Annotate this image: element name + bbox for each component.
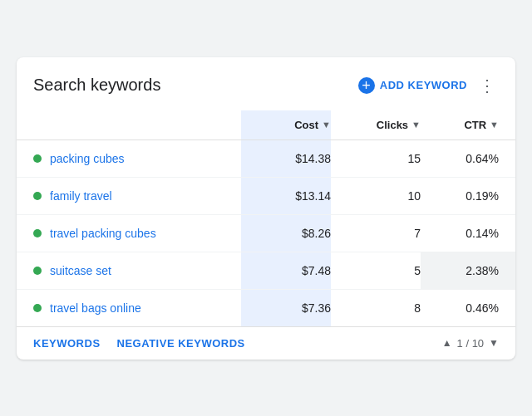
keyword-text: suitcase set bbox=[50, 264, 111, 277]
cost-column-header[interactable]: Cost ▼ bbox=[241, 110, 331, 140]
cost-cell: $13.14 bbox=[241, 177, 331, 214]
cost-cell: $7.36 bbox=[241, 289, 331, 326]
keyword-text: packing cubes bbox=[50, 152, 125, 165]
cost-sort-icon: ▼ bbox=[322, 120, 331, 130]
cost-column-label: Cost bbox=[294, 119, 318, 131]
table-row: travel packing cubes$8.2670.14% bbox=[17, 214, 515, 252]
page-indicator: 1 / 10 bbox=[457, 337, 485, 350]
status-dot bbox=[33, 192, 42, 200]
table-row: family travel$13.14100.19% bbox=[17, 177, 515, 214]
status-dot bbox=[33, 304, 42, 312]
clicks-column-label: Clicks bbox=[377, 119, 408, 131]
keywords-tab[interactable]: KEYWORDS bbox=[33, 337, 101, 350]
clicks-cell: 8 bbox=[331, 289, 421, 326]
ctr-column-header[interactable]: CTR ▼ bbox=[421, 110, 515, 140]
ctr-cell: 0.46% bbox=[421, 289, 515, 326]
search-keywords-card: Search keywords + ADD KEYWORD ⋮ Cost ▼ bbox=[17, 57, 515, 360]
clicks-cell: 15 bbox=[331, 139, 421, 177]
ctr-cell: 0.19% bbox=[421, 177, 515, 214]
cost-cell: $14.38 bbox=[241, 139, 331, 177]
status-dot bbox=[33, 154, 42, 163]
status-dot bbox=[33, 229, 42, 237]
table-row: travel bags online$7.3680.46% bbox=[17, 289, 515, 326]
ctr-cell: 2.38% bbox=[421, 252, 515, 289]
keyword-text: travel bags online bbox=[50, 301, 141, 315]
keyword-cell[interactable]: travel bags online bbox=[17, 290, 241, 326]
clicks-cell: 7 bbox=[331, 214, 421, 252]
keyword-column-header bbox=[17, 110, 241, 140]
ctr-cell: 0.64% bbox=[421, 139, 515, 177]
clicks-sort-icon: ▼ bbox=[411, 120, 421, 130]
keyword-text: family travel bbox=[50, 189, 112, 203]
table-header-row: Cost ▼ Clicks ▼ CTR ▼ bbox=[17, 110, 515, 140]
pagination: ▲ 1 / 10 ▼ bbox=[442, 337, 499, 350]
table-row: packing cubes$14.38150.64% bbox=[17, 139, 515, 177]
keyword-text: travel packing cubes bbox=[50, 227, 156, 240]
clicks-column-header[interactable]: Clicks ▼ bbox=[331, 110, 421, 140]
page-up-icon[interactable]: ▲ bbox=[442, 337, 452, 349]
card-footer: KEYWORDS NEGATIVE KEYWORDS ▲ 1 / 10 ▼ bbox=[17, 326, 515, 360]
status-dot bbox=[33, 267, 42, 275]
more-options-icon[interactable]: ⋮ bbox=[475, 72, 499, 99]
keyword-cell[interactable]: travel packing cubes bbox=[17, 215, 241, 252]
card-title: Search keywords bbox=[33, 76, 160, 95]
card-header: Search keywords + ADD KEYWORD ⋮ bbox=[17, 57, 515, 110]
add-icon: + bbox=[358, 77, 375, 94]
add-keyword-button[interactable]: + ADD KEYWORD bbox=[358, 77, 467, 94]
keyword-cell[interactable]: suitcase set bbox=[17, 252, 241, 289]
clicks-cell: 10 bbox=[331, 177, 421, 214]
ctr-column-label: CTR bbox=[464, 119, 486, 131]
header-actions: + ADD KEYWORD ⋮ bbox=[358, 72, 499, 99]
keyword-cell[interactable]: packing cubes bbox=[17, 140, 241, 177]
negative-keywords-tab[interactable]: NEGATIVE KEYWORDS bbox=[117, 337, 245, 350]
footer-tabs: KEYWORDS NEGATIVE KEYWORDS bbox=[33, 337, 245, 350]
add-keyword-label: ADD KEYWORD bbox=[380, 79, 467, 91]
keyword-cell[interactable]: family travel bbox=[17, 178, 241, 214]
cost-cell: $8.26 bbox=[241, 214, 331, 252]
clicks-cell: 5 bbox=[331, 252, 421, 289]
table-row: suitcase set$7.4852.38% bbox=[17, 252, 515, 289]
page-down-icon[interactable]: ▼ bbox=[489, 337, 499, 349]
cost-cell: $7.48 bbox=[241, 252, 331, 289]
ctr-sort-icon: ▼ bbox=[490, 120, 499, 130]
keywords-table: Cost ▼ Clicks ▼ CTR ▼ bbox=[17, 110, 515, 326]
ctr-cell: 0.14% bbox=[421, 214, 515, 252]
